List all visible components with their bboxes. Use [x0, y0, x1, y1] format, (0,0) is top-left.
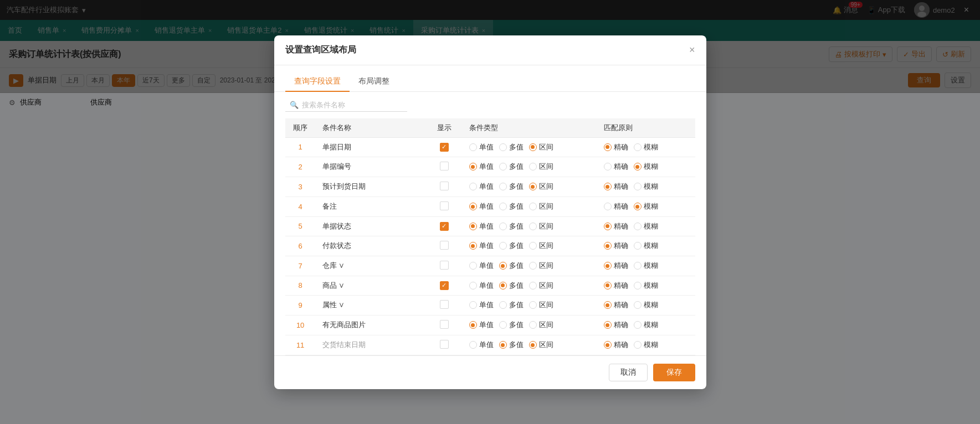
- th-match: 匹配原则: [597, 118, 695, 121]
- tab-layout-adjust[interactable]: 布局调整: [350, 72, 398, 92]
- settings-modal: 设置查询区域布局 × 查询字段设置 布局调整 🔍 顺序 条件名称 显示: [274, 35, 706, 121]
- modal-header: 设置查询区域布局 ×: [274, 35, 706, 65]
- search-input-wrap: 🔍: [285, 99, 407, 112]
- search-icon: 🔍: [290, 101, 299, 109]
- modal-table: 顺序 条件名称 显示 条件类型 匹配原则 1单据日期单值多值区间精确模糊2单据编…: [285, 118, 695, 121]
- modal-overlay: 设置查询区域布局 × 查询字段设置 布局调整 🔍 顺序 条件名称 显示: [0, 0, 980, 121]
- modal-title: 设置查询区域布局: [285, 44, 356, 56]
- tab-query-fields[interactable]: 查询字段设置: [285, 72, 350, 92]
- th-name: 条件名称: [316, 118, 426, 121]
- th-show: 显示: [426, 118, 463, 121]
- modal-tabs: 查询字段设置 布局调整: [274, 65, 706, 92]
- th-type: 条件类型: [463, 118, 597, 121]
- modal-close-button[interactable]: ×: [689, 44, 695, 56]
- modal-search-area: 🔍: [274, 92, 706, 118]
- search-input[interactable]: [302, 101, 402, 109]
- th-order: 顺序: [285, 118, 316, 121]
- modal-table-wrap: 顺序 条件名称 显示 条件类型 匹配原则 1单据日期单值多值区间精确模糊2单据编…: [274, 118, 706, 121]
